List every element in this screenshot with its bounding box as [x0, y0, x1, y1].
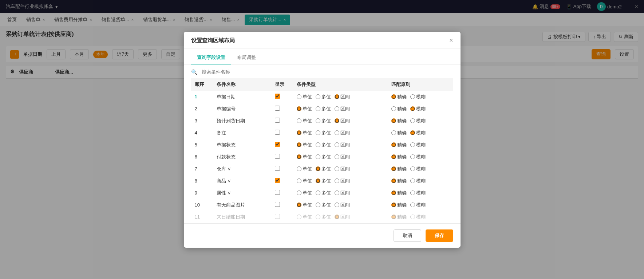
tab-query-fields[interactable]: 查询字段设置 [191, 52, 231, 64]
display-checkbox[interactable] [275, 190, 280, 195]
cell-match: 精确模糊 [388, 187, 453, 199]
tab-layout-adjust[interactable]: 布局调整 [231, 52, 262, 64]
match-radio-item[interactable]: 精确 [391, 154, 407, 160]
cell-match: 精确模糊 [388, 115, 453, 127]
type-radio-item[interactable]: 多值 [316, 154, 331, 160]
type-radio-item[interactable]: 区间 [335, 142, 350, 148]
display-checkbox[interactable] [275, 94, 280, 99]
cell-type: 单值多值区间 [293, 127, 388, 139]
cell-order: 9 [191, 187, 213, 199]
match-radio-item[interactable]: 模糊 [410, 178, 426, 184]
match-radio-item[interactable]: 模糊 [410, 214, 426, 220]
type-radio-item[interactable]: 多值 [316, 130, 331, 136]
display-checkbox[interactable] [275, 214, 280, 219]
table-row: 6付款状态单值多值区间精确模糊 [191, 151, 453, 163]
match-radio-item[interactable]: 模糊 [410, 166, 426, 172]
match-radio-item[interactable]: 模糊 [410, 130, 426, 136]
cell-order: 7 [191, 163, 213, 175]
type-radio-item[interactable]: 单值 [297, 190, 312, 196]
match-radio-item[interactable]: 精确 [391, 166, 407, 172]
match-radio-item[interactable]: 模糊 [410, 190, 426, 196]
display-checkbox[interactable] [275, 166, 280, 171]
match-radio-item[interactable]: 模糊 [410, 94, 426, 100]
match-radio-item[interactable]: 精确 [391, 106, 407, 112]
save-button[interactable]: 保存 [426, 229, 453, 242]
cell-match: 精确模糊 [388, 151, 453, 163]
cell-display [271, 151, 293, 163]
type-radio-item[interactable]: 区间 [335, 94, 350, 100]
col-display: 显示 [271, 78, 293, 91]
type-radio-item[interactable]: 单值 [297, 214, 312, 220]
match-radio-item[interactable]: 模糊 [410, 202, 426, 208]
type-radio-item[interactable]: 区间 [335, 166, 350, 172]
type-radio-item[interactable]: 单值 [297, 154, 312, 160]
display-checkbox[interactable] [275, 142, 280, 147]
cell-name: 备注 [213, 127, 271, 139]
type-radio-item[interactable]: 多值 [316, 118, 331, 124]
type-radio-item[interactable]: 区间 [335, 178, 350, 184]
table-row: 7仓库 ∨单值多值区间精确模糊 [191, 163, 453, 175]
display-checkbox[interactable] [275, 130, 280, 135]
type-radio-item[interactable]: 单值 [297, 202, 312, 208]
type-radio-item[interactable]: 多值 [316, 190, 331, 196]
cell-order: 11 [191, 211, 213, 223]
match-radio-item[interactable]: 模糊 [410, 118, 426, 124]
cell-order: 6 [191, 151, 213, 163]
cell-type: 单值多值区间 [293, 91, 388, 103]
cell-name: 预计到货日期 [213, 115, 271, 127]
display-checkbox[interactable] [275, 154, 280, 159]
match-radio-item[interactable]: 精确 [391, 190, 407, 196]
type-radio-item[interactable]: 区间 [335, 202, 350, 208]
match-radio-item[interactable]: 精确 [391, 94, 407, 100]
display-checkbox[interactable] [275, 178, 280, 183]
display-checkbox[interactable] [275, 202, 280, 207]
match-radio-item[interactable]: 模糊 [410, 142, 426, 148]
cell-match: 精确模糊 [388, 163, 453, 175]
type-radio-item[interactable]: 多值 [316, 166, 331, 172]
type-radio-item[interactable]: 单值 [297, 178, 312, 184]
type-radio-item[interactable]: 单值 [297, 130, 312, 136]
dialog-close-button[interactable]: × [449, 37, 453, 44]
type-radio-item[interactable]: 区间 [335, 118, 350, 124]
dialog-overlay: 设置查询区域布局 × 查询字段设置 布局调整 🔍 顺序 条件名称 [0, 0, 644, 279]
type-radio-item[interactable]: 多值 [316, 106, 331, 112]
match-radio-item[interactable]: 精确 [391, 118, 407, 124]
search-icon: 🔍 [191, 69, 197, 75]
type-radio-item[interactable]: 区间 [335, 106, 350, 112]
cancel-button[interactable]: 取消 [394, 229, 421, 242]
match-radio-item[interactable]: 精确 [391, 142, 407, 148]
type-radio-item[interactable]: 单值 [297, 142, 312, 148]
type-radio-item[interactable]: 区间 [335, 214, 350, 220]
search-input[interactable] [200, 68, 266, 76]
match-radio-item[interactable]: 精确 [391, 178, 407, 184]
type-radio-item[interactable]: 多值 [316, 142, 331, 148]
type-radio-item[interactable]: 多值 [316, 178, 331, 184]
match-radio-item[interactable]: 模糊 [410, 154, 426, 160]
match-radio-item[interactable]: 精确 [391, 202, 407, 208]
match-radio-item[interactable]: 精确 [391, 214, 407, 220]
cell-order: 2 [191, 103, 213, 115]
display-checkbox[interactable] [275, 118, 280, 123]
match-radio-item[interactable]: 精确 [391, 130, 407, 136]
type-radio-item[interactable]: 多值 [316, 214, 331, 220]
cell-match: 精确模糊 [388, 91, 453, 103]
cell-order: 4 [191, 127, 213, 139]
type-radio-item[interactable]: 单值 [297, 166, 312, 172]
type-radio-item[interactable]: 区间 [335, 130, 350, 136]
dialog-title: 设置查询区域布局 [191, 37, 235, 44]
type-radio-item[interactable]: 多值 [316, 94, 331, 100]
type-radio-item[interactable]: 区间 [335, 154, 350, 160]
cell-match: 精确模糊 [388, 103, 453, 115]
order-number: 3 [195, 118, 197, 123]
type-radio-item[interactable]: 区间 [335, 190, 350, 196]
dialog-tabs: 查询字段设置 布局调整 [184, 48, 461, 64]
order-number: 1 [195, 94, 197, 99]
type-radio-item[interactable]: 单值 [297, 94, 312, 100]
order-number: 4 [195, 130, 197, 135]
type-radio-item[interactable]: 单值 [297, 118, 312, 124]
type-radio-item[interactable]: 多值 [316, 202, 331, 208]
display-checkbox[interactable] [275, 106, 280, 111]
type-radio-item[interactable]: 单值 [297, 106, 312, 112]
match-radio-item[interactable]: 模糊 [410, 106, 426, 112]
table-row: 1单据日期单值多值区间精确模糊 [191, 91, 453, 103]
